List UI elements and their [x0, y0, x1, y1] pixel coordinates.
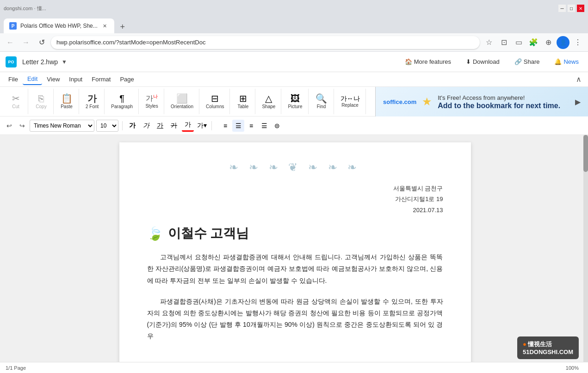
ad-text-block: It's Free! Access from anywhere! Add to … — [438, 93, 560, 110]
back-button[interactable]: ← — [4, 36, 17, 49]
ad-site-name: soffice.com — [383, 98, 416, 105]
picture-icon: 🖼 — [291, 94, 300, 103]
table-button[interactable]: ⊞ Table — [234, 92, 252, 111]
maximize-button[interactable]: □ — [568, 5, 575, 12]
bookmark-star-button[interactable]: ☆ — [483, 36, 495, 49]
menu-edit[interactable]: Edit — [23, 73, 42, 85]
columns-button[interactable]: ⊟ Columns — [203, 92, 227, 111]
find-button[interactable]: 🔍 Find — [312, 92, 331, 111]
align-distribute-button[interactable]: ⊜ — [271, 120, 283, 132]
menu-page[interactable]: Page — [115, 74, 138, 85]
font-color-button[interactable]: 가▾ — [196, 120, 208, 132]
alignment-buttons: ≡ ☰ ≡ ☰ ⊜ — [219, 120, 283, 132]
ad-headline-text: It's Free! Access from anywhere! — [438, 94, 525, 101]
menu-view[interactable]: View — [42, 74, 64, 85]
profile-button[interactable]: 👤 — [557, 36, 569, 49]
paragraph-group: ¶ Paragraph — [105, 89, 139, 114]
shape-icon: △ — [265, 94, 272, 103]
dropdown-arrow-icon[interactable]: ▼ — [62, 59, 67, 65]
menu-button[interactable]: ⋮ — [571, 36, 584, 49]
menu-file[interactable]: File — [4, 74, 23, 85]
underline-korean-button[interactable]: 가 — [154, 120, 166, 132]
new-tab-button[interactable]: + — [116, 20, 129, 33]
undo-button[interactable]: ↩ — [4, 120, 15, 131]
screenshot-button[interactable]: ⊡ — [497, 36, 510, 49]
scrollbar-thumb[interactable] — [583, 135, 588, 172]
ad-star-icon: ★ — [422, 95, 432, 108]
find-label: Find — [317, 104, 326, 109]
styles-button[interactable]: 가나 Styles — [142, 92, 161, 110]
zoom-level: 100% — [566, 365, 579, 371]
table-group: ⊞ Table — [231, 89, 255, 114]
browser-domain-label: dongshi.com · 懂... — [4, 5, 46, 12]
more-features-button[interactable]: 🏠 More features — [401, 56, 455, 67]
columns-icon: ⊟ — [211, 94, 219, 103]
italic-korean-button[interactable]: 가 — [140, 120, 152, 132]
minimize-button[interactable]: ─ — [558, 5, 566, 12]
right-sidebar — [581, 135, 588, 362]
news-button[interactable]: 🔔 News — [551, 56, 582, 67]
title-bar: dongshi.com · 懂... ─ □ ✕ — [0, 0, 588, 17]
paste-button[interactable]: 📋 Paste — [57, 92, 76, 111]
copy-icon: ⎘ — [38, 94, 44, 103]
shape-button[interactable]: △ Shape — [259, 92, 278, 111]
font-icon: 가 — [87, 94, 97, 103]
font-name-select[interactable]: Times New Roman Arial Malgun Gothic — [30, 120, 94, 132]
copy-button[interactable]: ⎘ Copy — [32, 92, 50, 111]
download-icon: ⬇ — [466, 58, 471, 65]
picture-label: Picture — [288, 104, 302, 109]
status-bar: 1/1 Page 100% — [0, 362, 588, 373]
body-paragraph-1: 고객님께서 요청하신 파생결합증권에 대해서 안내해 드립니다. 고객님께서 가… — [147, 251, 443, 287]
address-bar: ← → ↺ ☆ ⊡ ▭ 🧩 ⊕ 👤 ⋮ — [0, 33, 588, 52]
shape-label: Shape — [262, 104, 275, 109]
replace-button[interactable]: 가↔나 Replace — [338, 93, 363, 110]
address-input[interactable] — [51, 36, 480, 49]
home-icon: 🏠 — [405, 58, 412, 65]
download-button[interactable]: ⬇ Download — [462, 56, 503, 67]
scrollbar[interactable] — [583, 135, 588, 362]
highlight-button[interactable]: 가 — [182, 120, 194, 132]
align-center-button[interactable]: ☰ — [232, 120, 244, 132]
picture-button[interactable]: 🖼 Picture — [285, 92, 305, 111]
reload-button[interactable]: ↺ — [35, 36, 48, 49]
ad-headline: It's Free! Access from anywhere! Add to … — [438, 94, 560, 110]
extensions-button[interactable]: 🧩 — [527, 36, 540, 49]
doc-greeting: 🍃 이철수 고객님 — [147, 225, 443, 242]
forward-button[interactable]: → — [19, 36, 32, 49]
font-size-select[interactable]: 10 11 12 — [96, 120, 118, 132]
find-group: 🔍 Find — [309, 89, 334, 114]
redo-button[interactable]: ↪ — [17, 120, 28, 131]
ad-expand-button[interactable]: ▶ — [575, 98, 581, 106]
cut-button[interactable]: ✂ Cut — [6, 92, 25, 111]
tab-close-button[interactable]: ✕ — [101, 22, 109, 30]
document-container: ❧ ❧ ❧ ❦ ❧ ❧ ❧ 서울특별시 금천구 가산디지털1로 19 2021.… — [9, 135, 581, 362]
active-tab[interactable]: P Polaris Office Web HWP, She... ✕ — [4, 18, 114, 33]
bold-korean-button[interactable]: 가 — [126, 120, 138, 132]
picture-group: 🖼 Picture — [282, 89, 308, 114]
sync-button[interactable]: ⊕ — [542, 36, 555, 49]
close-button[interactable]: ✕ — [577, 5, 584, 12]
menu-collapse-button[interactable]: ∧ — [573, 74, 584, 85]
cast-button[interactable]: ▭ — [512, 36, 525, 49]
ad-banner: soffice.com ★ It's Free! Access from any… — [375, 87, 588, 116]
orientation-button[interactable]: ⬜ Orientation — [168, 92, 196, 111]
app-header: PO Letter 2.hwp ▼ 🏠 More features ⬇ Down… — [0, 52, 588, 72]
font-button[interactable]: 가 2 Font — [83, 92, 101, 111]
menu-input[interactable]: Input — [64, 74, 87, 85]
menu-format[interactable]: Format — [87, 74, 115, 85]
align-justify-button[interactable]: ☰ — [258, 120, 270, 132]
paragraph-button[interactable]: ¶ Paragraph — [108, 92, 136, 111]
orientation-group: ⬜ Orientation — [165, 89, 199, 114]
orientation-icon: ⬜ — [176, 94, 188, 103]
tab-bar: P Polaris Office Web HWP, She... ✕ + — [0, 17, 588, 33]
share-icon: 🔗 — [514, 58, 522, 65]
align-left-button[interactable]: ≡ — [219, 120, 231, 132]
strikethrough-korean-button[interactable]: 가 — [168, 120, 180, 132]
watermark: ● 懂视生活 51DONGSHI.COM — [517, 336, 579, 359]
doc-decoration: ❧ ❧ ❧ ❦ ❧ ❧ ❧ — [147, 161, 443, 174]
document-page: ❧ ❧ ❧ ❦ ❧ ❧ ❧ 서울특별시 금천구 가산디지털1로 19 2021.… — [119, 142, 471, 362]
find-icon: 🔍 — [316, 94, 327, 103]
share-button[interactable]: 🔗 Share — [511, 56, 544, 67]
align-right-button[interactable]: ≡ — [245, 120, 257, 132]
clipboard-group: ✂ Cut — [4, 89, 28, 114]
